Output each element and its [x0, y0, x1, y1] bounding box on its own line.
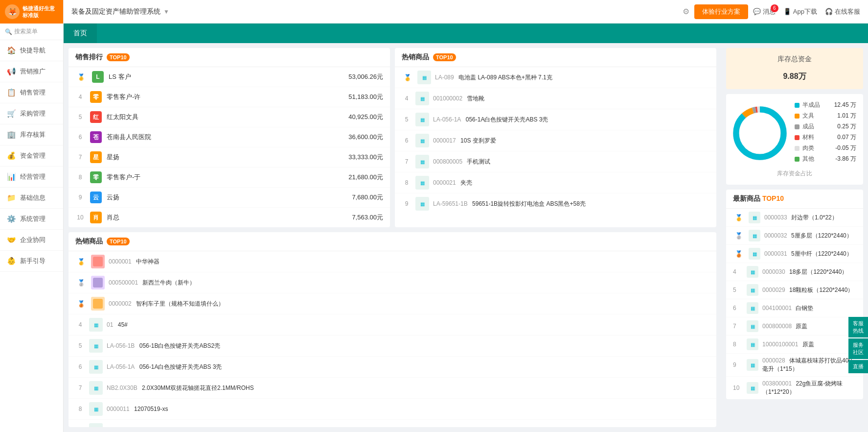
product-info: 000800005 手机测试: [433, 158, 709, 166]
rank-num: 8: [75, 406, 85, 412]
customer-service-button[interactable]: 客服热线: [848, 317, 868, 337]
avatar: 云: [90, 192, 102, 203]
top-two-col: 销售排行 TOP10 🥇 L LS 客户 53,006.26元 4 零: [69, 48, 716, 227]
list-item: 5 ▦ LA-056-1A 056-1A白色按键开关壳ABS 3壳: [395, 109, 716, 130]
headset-icon: 🎧: [825, 8, 833, 15]
list-item: 8 ▦ 10000100001 原盖: [726, 336, 863, 354]
online-service-button[interactable]: 🎧 在线客服: [825, 7, 860, 16]
medal: 🥇: [75, 258, 87, 265]
product-thumb: ▦: [89, 339, 103, 353]
product-info: 004100001 白钢垫: [762, 304, 856, 312]
product-thumb: [91, 297, 105, 311]
list-item: 🥉 0000002 智利车子里（规格不知道填什么）: [69, 293, 716, 314]
sidebar-item-home[interactable]: 🏠 快捷导航: [0, 40, 63, 61]
customer-name: 零售客户-许: [107, 93, 343, 101]
list-item: 5 ▦ 0000029 18颗粒板（1220*2440）: [726, 281, 863, 299]
svg-rect-1: [93, 278, 103, 288]
product-thumb: [91, 276, 105, 289]
newest-products-list: 🥇 ▦ 0000033 封边带（1.0*22） 🥈 ▦ 0000032 5厘多层…: [726, 209, 863, 399]
product-info: 0000021 夹壳: [433, 179, 709, 187]
list-item: 9 ▦ 0000028 体城嘉枝味苏打饮品400毫升（1*15）: [726, 354, 863, 377]
app-download-button[interactable]: 📱 App下载: [783, 7, 817, 16]
avatar: 星: [90, 151, 102, 163]
message-button[interactable]: 💬 消息 6: [753, 7, 776, 16]
sidebar-item-finance[interactable]: 💰 资金管理: [0, 145, 63, 167]
sidebar-logo: 🦊 畅捷通好生意 标准版: [0, 0, 63, 24]
product-info: 0000002 智利车子里（规格不知道填什么）: [109, 300, 709, 308]
right-panel: 库存总资金 9.88万: [721, 43, 868, 432]
live-stream-button[interactable]: 直播: [848, 360, 868, 373]
sidebar-item-inventory[interactable]: 🏢 库存核算: [0, 124, 63, 145]
product-info: KK-SD22110H 花语萌恒温分腿睡袋（厚款）: [107, 426, 709, 428]
product-info: LA-056-1B 056-1B白色按键开关壳ABS2壳: [107, 342, 709, 350]
sales-icon: 📋: [7, 88, 16, 97]
topbar: 装备及固定资产辅助管理系统 ▼ ⚙ 体验行业方案 💬 消息 6 📱 App下载 …: [64, 0, 868, 24]
basic-info-icon: 📁: [7, 193, 16, 202]
trial-button[interactable]: 体验行业方案: [694, 4, 748, 19]
product-info: 0000028 体城嘉枝味苏打饮品400毫升（1*15）: [762, 357, 856, 373]
product-info: 01 45#: [107, 321, 709, 328]
sidebar-item-marketing[interactable]: 📢 营销推广: [0, 61, 63, 82]
sidebar-item-operations[interactable]: 📊 经营管理: [0, 167, 63, 188]
sidebar: 🦊 畅捷通好生意 标准版 🔍 搜索菜单 🏠 快捷导航 📢 营销推广 📋 销售管理…: [0, 0, 64, 432]
newest-top-label: TOP10: [762, 194, 784, 202]
service-community-button[interactable]: 服务社区: [848, 338, 868, 359]
float-buttons: 客服热线 服务社区 直播: [848, 317, 868, 373]
inventory-card: 库存总资金 9.88万: [726, 48, 863, 89]
rank-num: 10: [733, 384, 743, 391]
sidebar-search[interactable]: 🔍 搜索菜单: [0, 24, 63, 40]
rank-num: 5: [402, 116, 411, 123]
product-thumb: ▦: [415, 176, 429, 190]
rank-num: 7: [75, 384, 85, 391]
hot-products-right-header: 热销商品 TOP10: [395, 48, 716, 67]
list-item: 7 ▦ 000800008 原盖: [726, 317, 863, 336]
list-item: 5 ▦ LA-056-1B 056-1B白色按键开关壳ABS2壳: [69, 336, 716, 357]
product-thumb: ▦: [89, 423, 103, 427]
inventory-icon: 🏢: [7, 130, 16, 139]
product-info: 0000001 中华神器: [109, 258, 709, 266]
sidebar-item-basic-info[interactable]: 📁 基础信息: [0, 188, 63, 209]
rank-num: 6: [402, 137, 411, 144]
avatar: L: [92, 71, 104, 83]
table-row: 7 星 星扬 33,333.00元: [69, 147, 390, 168]
product-info: 000500001 新西兰牛肉（新牛）: [109, 279, 709, 287]
sidebar-item-sales[interactable]: 📋 销售管理: [0, 82, 63, 103]
product-info: LA-056-1A 056-1A白色按键开关壳ABS 3壳: [107, 363, 709, 371]
inventory-label: 库存总资金: [733, 55, 856, 64]
avatar: 红: [90, 111, 102, 123]
product-thumb: ▦: [749, 248, 760, 260]
sales-ranking-panel: 销售排行 TOP10 🥇 L LS 客户 53,006.26元 4 零: [69, 48, 390, 227]
sidebar-item-enterprise[interactable]: 🤝 企业协同: [0, 230, 63, 251]
chart-container: 半成品 12.45 万 文具 1.01 万 成品 0.25 万: [733, 101, 856, 166]
rank-num: 4: [402, 95, 411, 102]
rank-num: 9: [75, 194, 85, 201]
rank-num: 8: [733, 341, 743, 348]
customer-amount: 40,925.00元: [348, 113, 383, 121]
main-area: 装备及固定资产辅助管理系统 ▼ ⚙ 体验行业方案 💬 消息 6 📱 App下载 …: [64, 0, 868, 432]
list-item: 9 ▦ KK-SD22110H 花语萌恒温分腿睡袋（厚款）: [69, 420, 716, 427]
svg-rect-0: [93, 257, 103, 266]
hot-products-panel: 热销商品 TOP10 🥇 0000001 中华神器: [69, 232, 716, 427]
legend-dot: [795, 124, 799, 129]
product-info: LA-59651-1B 59651-1B旋转投影灯电池盒 ABS黑色+58壳: [433, 200, 709, 208]
page-tabs: 首页: [64, 24, 868, 43]
search-icon: 🔍: [5, 28, 12, 35]
customer-name: 零售客户-于: [107, 173, 343, 182]
list-item: 6 ▦ 0000017 10S 变刹罗爱: [395, 130, 716, 151]
customer-name: 苍南县人民医院: [107, 133, 343, 142]
sidebar-item-system[interactable]: ⚙️ 系统管理: [0, 209, 63, 230]
gear-icon[interactable]: ⚙: [683, 7, 689, 16]
home-icon: 🏠: [7, 46, 16, 55]
tab-home[interactable]: 首页: [64, 24, 97, 43]
sales-ranking-header: 销售排行 TOP10: [69, 48, 390, 67]
product-info: 000800008 原盖: [762, 322, 856, 331]
marketing-icon: 📢: [7, 67, 16, 76]
sidebar-item-purchase[interactable]: 🛒 采购管理: [0, 103, 63, 124]
chevron-down-icon[interactable]: ▼: [163, 8, 169, 15]
list-item: 🥇 ▦ LA-089 电池盖 LA-089 ABS本色+黑种 7.1克: [395, 67, 716, 88]
avatar: 零: [90, 171, 102, 183]
message-icon: 💬: [753, 8, 761, 15]
system-name: 装备及固定资产辅助管理系统 ▼: [71, 7, 678, 16]
rank-num: 7: [75, 154, 85, 161]
sidebar-item-beginner[interactable]: 👶 新手引导: [0, 251, 63, 272]
